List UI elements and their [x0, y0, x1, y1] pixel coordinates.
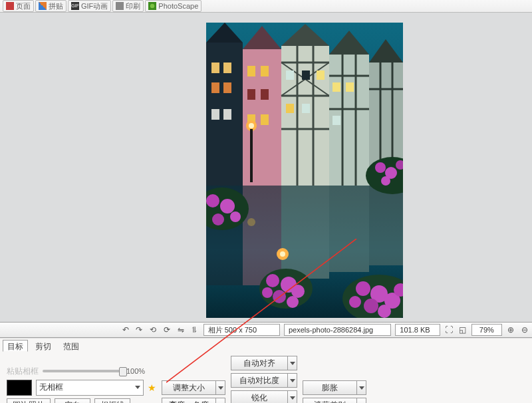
sharpen-button[interactable]: 锐化 [231, 390, 288, 403]
resize-dropdown[interactable] [216, 380, 225, 395]
svg-point-47 [249, 123, 254, 128]
frame-preview [7, 380, 32, 396]
tab-target[interactable]: 目标 [3, 340, 28, 352]
tab-page[interactable]: 页面 [3, 0, 34, 12]
status-bar: ↶ ↷ ⟲ ⟳ ⇋ ⥮ 相片 500 x 750 pexels-photo-28… [0, 322, 532, 338]
editor-canvas[interactable] [0, 13, 532, 322]
auto-contrast-button[interactable]: 自动对比度 [231, 373, 288, 388]
svg-rect-27 [286, 70, 294, 80]
svg-rect-12 [247, 66, 255, 76]
svg-point-56 [375, 162, 386, 173]
svg-point-54 [247, 218, 255, 226]
brightness-color-dropdown[interactable] [216, 398, 225, 403]
filename-field: pexels-photo-2886284.jpg [284, 324, 391, 336]
svg-point-68 [273, 290, 286, 303]
redo-icon[interactable]: ↷ [134, 325, 144, 335]
tab-photoscape[interactable]: PhotoScape [145, 0, 201, 12]
chevron-down-icon [135, 386, 140, 389]
svg-rect-53 [369, 186, 403, 265]
rotate-ccw-icon[interactable]: ⟲ [148, 325, 158, 335]
control-panel: 目标 剪切 范围 粘贴相框 100% 无相框 ★ 圆边照片 空白 相框线 [0, 338, 532, 403]
svg-point-64 [230, 211, 241, 222]
dimensions-field: 相片 500 x 750 [203, 324, 280, 336]
mask-diff-button[interactable]: 遮蔽差别 [303, 398, 357, 403]
tab-print[interactable]: 印刷 [112, 0, 144, 12]
resize-button[interactable]: 调整大小 [162, 380, 216, 395]
svg-rect-39 [346, 82, 354, 92]
svg-point-61 [206, 194, 219, 207]
top-toolbar: 页面 拼贴 GIFGIF动画 印刷 PhotoScape [0, 0, 532, 13]
frame-line-button[interactable]: 相框线 [94, 398, 130, 404]
tab-crop[interactable]: 剪切 [31, 340, 56, 352]
rotate-cw-icon[interactable]: ⟳ [162, 325, 172, 335]
svg-rect-15 [261, 89, 269, 100]
actual-size-icon[interactable]: ◱ [458, 325, 467, 335]
zoom-in-icon[interactable]: ⊕ [506, 325, 516, 335]
svg-rect-51 [281, 186, 329, 279]
svg-rect-3 [211, 63, 219, 73]
svg-rect-14 [247, 89, 255, 100]
flip-v-icon[interactable]: ⥮ [190, 325, 200, 335]
svg-point-63 [212, 213, 224, 225]
svg-point-71 [287, 296, 299, 308]
svg-rect-17 [261, 114, 269, 125]
svg-rect-29 [317, 70, 325, 80]
auto-align-button[interactable]: 自动对齐 [231, 356, 288, 370]
svg-point-69 [291, 285, 305, 298]
svg-point-80 [378, 305, 391, 318]
svg-point-70 [262, 287, 273, 298]
svg-point-59 [381, 176, 390, 186]
frame-opacity-value: 100% [126, 367, 145, 375]
auto-align-dropdown[interactable] [288, 356, 297, 370]
svg-point-62 [220, 199, 235, 213]
svg-rect-38 [332, 82, 340, 92]
svg-rect-7 [211, 109, 219, 120]
tab-range[interactable]: 范围 [59, 340, 84, 352]
flip-h-icon[interactable]: ⇋ [176, 325, 186, 335]
bloom-button[interactable]: 膨胀 [303, 380, 357, 395]
svg-rect-40 [332, 116, 340, 125]
paste-frame-label: 粘贴相框 [7, 366, 39, 377]
svg-rect-6 [223, 82, 231, 93]
bloom-dropdown[interactable] [357, 380, 366, 395]
brightness-color-button[interactable]: 亮度，色度 [162, 398, 216, 403]
svg-rect-5 [211, 82, 219, 93]
svg-rect-4 [223, 63, 231, 73]
zoom-field: 79% [471, 324, 501, 336]
svg-point-75 [356, 281, 370, 296]
round-photo-button[interactable]: 圆边照片 [7, 398, 51, 404]
photo-preview [206, 23, 403, 318]
mask-diff-dropdown[interactable] [357, 398, 366, 403]
panel-tabs: 目标 剪切 范围 [3, 340, 529, 352]
filesize-field: 101.8 KB [395, 324, 440, 336]
frame-select[interactable]: 无相框 [36, 380, 144, 396]
auto-contrast-dropdown[interactable] [288, 373, 297, 388]
svg-rect-13 [261, 66, 269, 76]
svg-point-77 [364, 299, 378, 313]
svg-rect-28 [302, 70, 310, 80]
sharpen-dropdown[interactable] [288, 390, 297, 403]
svg-rect-31 [302, 104, 310, 113]
frame-opacity-slider[interactable] [43, 370, 122, 372]
svg-point-79 [349, 296, 361, 308]
tab-gif[interactable]: GIFGIF动画 [68, 0, 111, 12]
svg-rect-30 [286, 104, 294, 113]
svg-rect-48 [250, 129, 253, 182]
blank-button[interactable]: 空白 [55, 398, 90, 404]
svg-point-66 [266, 274, 279, 287]
tab-collage[interactable]: 拼贴 [35, 0, 66, 12]
star-icon[interactable]: ★ [148, 382, 156, 393]
zoom-out-icon[interactable]: ⊖ [519, 325, 529, 335]
fit-screen-icon[interactable]: ⛶ [444, 325, 454, 335]
undo-icon[interactable]: ↶ [120, 325, 130, 335]
svg-rect-52 [329, 186, 369, 272]
svg-rect-8 [223, 109, 231, 120]
svg-point-73 [280, 251, 285, 257]
